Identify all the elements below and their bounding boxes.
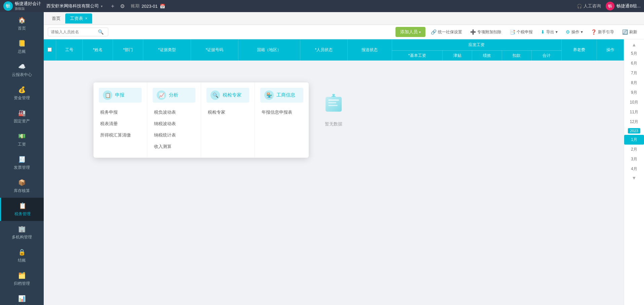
rp-month-8[interactable]: 8月 xyxy=(624,78,644,88)
top-bar: 畅 畅捷通好会计 旗舰版 西安虾米网络科技有限公司 ▾ ＋ ⚙ 账期 2023-… xyxy=(0,0,644,12)
sidebar-item-archive[interactable]: 🗂️ 归档管理 xyxy=(0,267,44,291)
tab-salary-label: 工资表 xyxy=(70,15,83,22)
tab-salary[interactable]: 工资表 × xyxy=(65,13,92,24)
top-bar-right: 🎧 人工咨询 畅 畅捷通B组... xyxy=(577,2,641,10)
sidebar-item-report[interactable]: 📊 小畅报销 xyxy=(0,291,44,305)
taxcheck-icon: 🔍 xyxy=(211,90,220,100)
menu-item-income-calc[interactable]: 收入测算 xyxy=(153,141,195,152)
rp-month-11[interactable]: 11月 xyxy=(624,107,644,117)
col-id-header: 工号 xyxy=(56,39,83,61)
user-info[interactable]: 畅 畅捷通B组... xyxy=(606,2,641,10)
support-btn[interactable]: 🎧 人工咨询 xyxy=(577,3,601,9)
col-id-num-header: *证据号码 xyxy=(191,39,238,61)
guide-label: 新手引导 xyxy=(598,29,614,35)
special-deduction-label: 专项附加扣除 xyxy=(477,29,501,35)
refresh-btn[interactable]: 🔄 刷新 xyxy=(619,28,640,36)
export-btn[interactable]: ⬇ 导出 ▾ xyxy=(538,28,560,36)
guide-btn[interactable]: ❓ 新手引导 xyxy=(588,28,617,36)
social-security-icon: 🔗 xyxy=(431,29,437,35)
rp-month-3[interactable]: 3月 xyxy=(624,154,644,164)
menu-item-tax-burden[interactable]: 税负波动表 xyxy=(153,107,195,118)
sidebar-label-fund: 资金管理 xyxy=(14,95,30,101)
col-checkbox[interactable] xyxy=(44,39,56,61)
social-security-btn[interactable]: 🔗 统一社保设置 xyxy=(428,28,465,36)
rp-month-7[interactable]: 7月 xyxy=(624,68,644,78)
sidebar-item-inventory[interactable]: 📦 库存核算 xyxy=(0,175,44,198)
rp-month-1[interactable]: 1月 xyxy=(624,135,644,145)
add-btn-arrow-icon: ▾ xyxy=(419,30,421,34)
tax-report-label: 个税申报 xyxy=(517,29,533,35)
sidebar-item-salary[interactable]: 💵 工资 xyxy=(0,128,44,151)
operations-icon: ⚙ xyxy=(566,29,570,35)
col-report-status-header: 报送状态 xyxy=(348,39,392,61)
rp-month-10[interactable]: 10月 xyxy=(624,98,644,107)
company-selector[interactable]: 西安虾米网络科技有限公司 ▾ xyxy=(44,3,105,9)
col-performance-header: 绩效 xyxy=(472,51,502,61)
special-deduction-btn[interactable]: ➕ 专项附加扣除 xyxy=(467,28,504,36)
sidebar-item-ledger[interactable]: 📒 总账 xyxy=(0,35,44,59)
special-deduction-icon: ➕ xyxy=(470,29,476,35)
select-all-checkbox[interactable] xyxy=(47,47,52,52)
rp-up-btn[interactable]: ▲ xyxy=(631,41,638,49)
multi-icon: 🏢 xyxy=(18,225,26,233)
period-value: 2023-01 xyxy=(142,4,158,9)
add-person-label: 添加人员 xyxy=(400,29,418,35)
menu-item-tax-declare[interactable]: 税务申报 xyxy=(99,107,142,118)
dropdown-header-shenba: 📋 申报 xyxy=(99,88,142,103)
menu-item-tax-sheet[interactable]: 税表清册 xyxy=(99,118,142,129)
sidebar-item-tax[interactable]: 📋 税务管理 xyxy=(0,198,44,221)
dropdown-grid: 📋 申报 税务申报 税表清册 所得税汇算清缴 📈 分析 税负波动表 xyxy=(93,82,309,158)
search-input[interactable] xyxy=(51,30,98,34)
rp-month-4[interactable]: 4月 xyxy=(624,164,644,174)
company-dropdown-arrow: ▾ xyxy=(101,4,103,8)
sidebar-label-ledger: 总账 xyxy=(18,49,26,54)
period-info: 账期 2023-01 📅 xyxy=(131,3,165,9)
sidebar-item-fund[interactable]: 💰 资金管理 xyxy=(0,82,44,105)
dropdown-header-bizinfo: 🏪 工商信息 xyxy=(260,88,303,103)
add-company-btn[interactable]: ＋ xyxy=(109,2,116,10)
sidebar-item-closing[interactable]: 🔒 结账 xyxy=(0,244,44,267)
rp-month-2[interactable]: 2月 xyxy=(624,145,644,154)
rp-down-btn[interactable]: ▼ xyxy=(631,174,638,182)
dropdown-col-bizinfo: 🏪 工商信息 年报信息申报表 xyxy=(255,82,309,158)
menu-item-income-tax-settle[interactable]: 所得税汇算清缴 xyxy=(99,129,142,141)
col-name-header: *姓名 xyxy=(83,39,113,61)
search-wrapper: 🔍 xyxy=(48,28,108,36)
tab-bar: 首页 工资表 × xyxy=(44,12,644,25)
col-country-header: 国籍（地区） xyxy=(238,39,300,61)
operations-btn[interactable]: ⚙ 操作 ▾ xyxy=(563,28,585,36)
menu-item-tax-wave[interactable]: 纳税波动表 xyxy=(153,118,195,129)
export-icon: ⬇ xyxy=(541,29,545,35)
col-base-salary-header: *基本工资 xyxy=(392,51,442,61)
sidebar-item-invoice[interactable]: 🧾 发票管理 xyxy=(0,151,44,175)
rp-month-5[interactable]: 5月 xyxy=(624,49,644,59)
dropdown-header-analysis: 📈 分析 xyxy=(153,88,195,103)
sidebar-item-multi[interactable]: 🏢 多机构管理 xyxy=(0,221,44,244)
col-pension-header: 养老费 xyxy=(561,39,597,61)
sidebar-item-home[interactable]: 🏠 首页 xyxy=(0,12,44,35)
operations-arrow-icon: ▾ xyxy=(581,30,583,34)
rp-month-6[interactable]: 6月 xyxy=(624,59,644,68)
shenba-label: 申报 xyxy=(115,92,124,98)
sidebar-item-assets[interactable]: 🏭 固定资产 xyxy=(0,105,44,128)
menu-item-tax-stats[interactable]: 纳税统计表 xyxy=(153,129,195,141)
rp-month-12[interactable]: 12月 xyxy=(624,117,644,127)
period-calendar-icon[interactable]: 📅 xyxy=(160,4,165,9)
col-total-header: 合计 xyxy=(532,51,561,61)
toolbar: 🔍 添加人员 ▾ 🔗 统一社保设置 ➕ 专项附加扣除 📑 个税申报 ⬇ 导出 xyxy=(44,25,644,39)
guide-btn-icon: ❓ xyxy=(591,29,597,35)
tax-report-btn[interactable]: 📑 个税申报 xyxy=(507,28,535,36)
settings-btn[interactable]: ⚙ xyxy=(119,2,125,10)
add-person-btn[interactable]: 添加人员 ▾ xyxy=(395,27,425,37)
invoice-icon: 🧾 xyxy=(18,155,26,163)
tab-home[interactable]: 首页 xyxy=(47,13,65,24)
svg-point-5 xyxy=(331,95,333,97)
sidebar-item-cloud[interactable]: ☁️ 云报表中心 xyxy=(0,59,44,82)
tab-salary-close[interactable]: × xyxy=(85,16,87,21)
col-status-header: *人员状态 xyxy=(300,39,348,61)
rp-month-9[interactable]: 9月 xyxy=(624,88,644,98)
menu-item-taxcheck-expert[interactable]: 税检专家 xyxy=(206,107,249,118)
shenba-icon: 📋 xyxy=(103,90,112,100)
menu-item-annual-report[interactable]: 年报信息申报表 xyxy=(260,107,303,118)
sidebar-label-cloud: 云报表中心 xyxy=(12,72,32,78)
